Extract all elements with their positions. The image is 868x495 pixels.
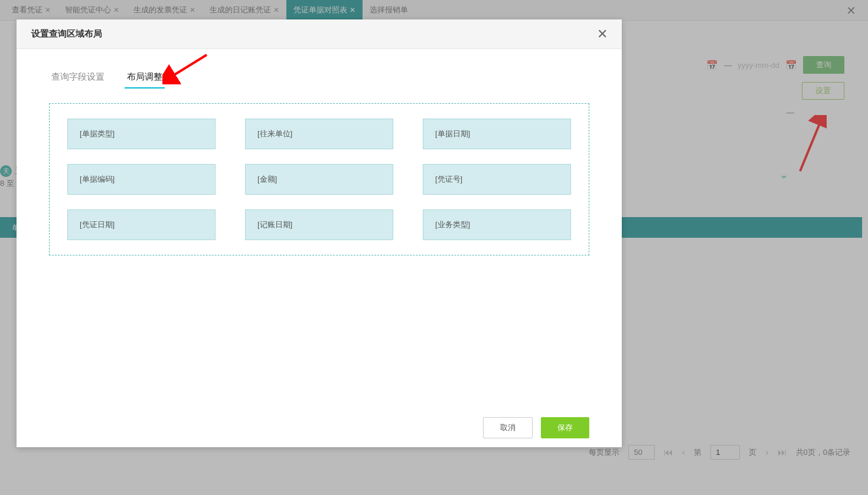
modal-title: 设置查询区域布局 [31,28,102,40]
modal-footer: 取消 保存 [17,408,622,447]
layout-item-voucher-date[interactable]: [凭证日期] [67,209,216,240]
cancel-button[interactable]: 取消 [483,417,533,438]
modal-tabs: 查询字段设置 布局调整 [49,67,589,88]
layout-item-biz-type[interactable]: [业务类型] [423,209,571,240]
layout-item-amount[interactable]: [金额] [245,164,393,195]
layout-item-doc-date[interactable]: [单据日期] [423,119,571,149]
modal-body: 查询字段设置 布局调整 [单据类型] [往来单位] [单据日期] [单据编码] … [17,49,622,408]
settings-modal: 设置查询区域布局 ✕ 查询字段设置 布局调整 [单据类型] [往来单位] [单据… [17,19,622,447]
modal-close-icon[interactable]: ✕ [595,27,610,42]
layout-item-doc-code[interactable]: [单据编码] [67,164,216,195]
save-button[interactable]: 保存 [541,417,589,438]
layout-item-posting-date[interactable]: [记账日期] [245,209,393,240]
layout-item-voucher-no[interactable]: [凭证号] [423,164,571,195]
layout-item-doc-type[interactable]: [单据类型] [67,119,216,149]
tab-layout-adjust[interactable]: 布局调整 [125,67,165,88]
layout-item-partner[interactable]: [往来单位] [245,119,393,149]
tab-field-settings[interactable]: 查询字段设置 [49,67,107,88]
layout-container: [单据类型] [往来单位] [单据日期] [单据编码] [金额] [凭证号] [… [49,103,589,255]
modal-header: 设置查询区域布局 ✕ [17,19,622,49]
layout-grid: [单据类型] [往来单位] [单据日期] [单据编码] [金额] [凭证号] [… [67,119,571,240]
